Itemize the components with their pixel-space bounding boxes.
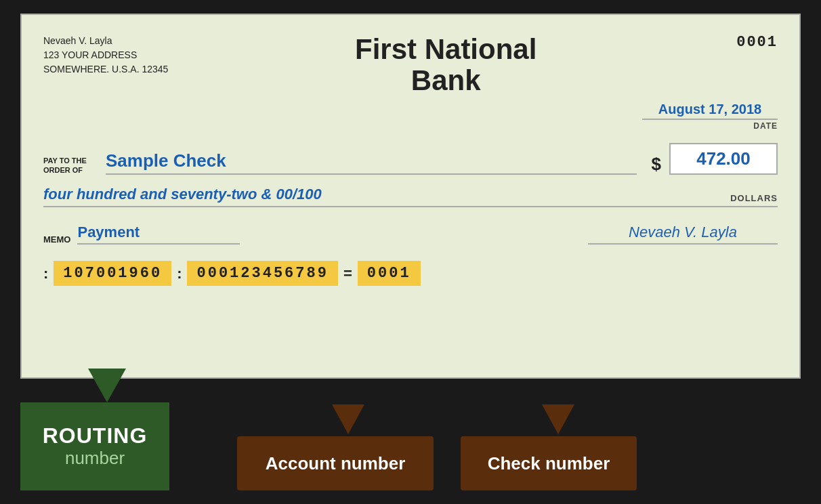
micr-routing: 107001960: [54, 261, 171, 286]
micr-check-number: 0001: [358, 261, 421, 286]
written-amount: four hundred and seventy-two & 00/100: [43, 186, 322, 203]
owner-address: Nevaeh V. Layla 123 YOUR ADDRESS SOMEWHE…: [43, 34, 168, 77]
micr-equals-symbol: =: [343, 265, 352, 282]
memo-line: Payment: [77, 224, 240, 245]
memo-section: MEMO Payment: [43, 224, 240, 245]
account-arrow: [332, 404, 364, 434]
payee-line: Sample Check: [106, 150, 637, 175]
routing-arrow: [88, 369, 126, 402]
written-amount-row: four hundred and seventy-two & 00/100 DO…: [43, 186, 778, 207]
date-value: August 17, 2018: [642, 102, 778, 120]
dollar-sign: $: [652, 154, 661, 175]
memo-label: MEMO: [43, 234, 70, 245]
owner-address-line2: SOMEWHERE. U.S.A. 12345: [43, 62, 168, 77]
signature-value: Nevaeh V. Layla: [629, 224, 737, 240]
account-number-label: Account number: [237, 436, 434, 490]
check-number-top: 0001: [723, 34, 778, 51]
pay-to-row: PAY TO THEORDER OF Sample Check $ 472.00: [43, 143, 778, 175]
memo-value: Payment: [77, 224, 140, 240]
check-number-label: Check number: [461, 436, 637, 490]
bank-name: First National Bank: [182, 34, 710, 96]
signature-line: Nevaeh V. Layla: [588, 224, 778, 245]
micr-close-symbol: :: [177, 265, 182, 282]
amount-box: 472.00: [669, 143, 778, 175]
micr-open-symbol: :: [43, 265, 48, 282]
routing-label-subtext: number: [65, 448, 125, 469]
check-arrow: [542, 404, 574, 434]
micr-row: : 107001960 : 000123456789 = 0001: [43, 261, 778, 286]
owner-name: Nevaeh V. Layla: [43, 34, 168, 48]
routing-label: ROUTING number: [20, 402, 169, 490]
date-row: August 17, 2018 DATE: [43, 102, 778, 131]
owner-address-line1: 123 YOUR ADDRESS: [43, 48, 168, 62]
memo-sig-row: MEMO Payment Nevaeh V. Layla: [43, 224, 778, 245]
date-label: DATE: [753, 121, 778, 131]
payee-name: Sample Check: [106, 150, 226, 171]
amount-value: 472.00: [696, 148, 751, 169]
pay-to-label: PAY TO THEORDER OF: [43, 156, 98, 175]
check: Nevaeh V. Layla 123 YOUR ADDRESS SOMEWHE…: [20, 14, 801, 379]
routing-label-text: ROUTING: [43, 424, 148, 448]
dollars-label: DOLLARS: [730, 193, 778, 203]
micr-account: 000123456789: [187, 261, 337, 286]
